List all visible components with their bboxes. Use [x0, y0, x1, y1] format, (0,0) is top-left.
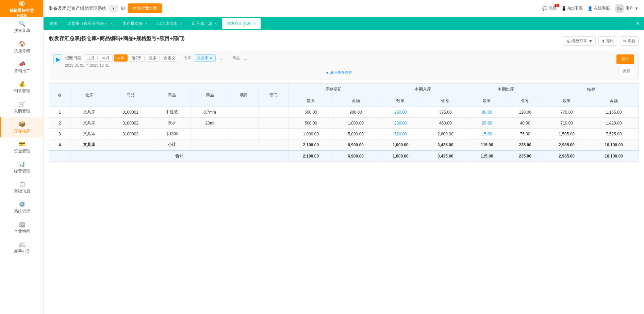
sidebar-item-label: 基础信息 [14, 188, 30, 194]
tab-inventory-dist[interactable]: 现货量（库存分布表） ✕ [63, 18, 118, 29]
base-info-icon: 📋 [19, 181, 26, 187]
sidebar-item-base-info[interactable]: 📋 基础信息 [0, 178, 43, 198]
template-print-btn[interactable]: 🖨 模板打印 ▼ [563, 36, 596, 46]
row-in-qty: 1,000.00 [378, 139, 423, 151]
expand-label: 展开更多条件 [330, 70, 352, 75]
filter-top-row: 记账日期 上月 本月 本年 近7天 更多 自定义 [65, 54, 634, 76]
row-out-qty[interactable]: 20.00 [468, 118, 506, 129]
expand-conditions-btn[interactable]: ▼ 展开更多条件 [326, 70, 353, 75]
avatar: Ea [615, 4, 624, 13]
footer-cell-9: 10,100.00 [589, 150, 639, 162]
tab-recv-send-summary-close[interactable]: ✕ [253, 22, 256, 26]
row-out-qty[interactable]: 15.00 [468, 129, 506, 139]
sidebar-item-search[interactable]: 🔍 搜索菜单 [0, 17, 43, 37]
preset-last-month[interactable]: 上月 [84, 54, 98, 62]
row-name: 采访本 [153, 129, 191, 139]
row-no: 3 [49, 129, 70, 139]
th-goods-spec: 商品 [191, 84, 229, 107]
messages-btn[interactable]: 💬 消息 6 [542, 5, 557, 11]
filter-toggle-btn[interactable]: ▶ [53, 54, 62, 64]
tab-home[interactable]: 首页 [45, 18, 63, 29]
table-row: 2文具库0100002胶水20ml500.001,000.00230.00460… [49, 118, 639, 129]
row-no: 1 [49, 107, 70, 118]
sidebar-item-marketing[interactable]: 📣 营销推广 [0, 57, 43, 77]
query-btn[interactable]: 查询 [616, 54, 634, 64]
tab-in-out-flow[interactable]: 出入库流水 ✕ [152, 18, 187, 29]
row-out-qty[interactable]: 80.00 [468, 107, 506, 118]
tab-recv-send-summary-label: 收发存汇总表 [227, 21, 251, 27]
preset-7days[interactable]: 近7天 [129, 54, 145, 62]
tab-inventory-dist-close[interactable]: ✕ [110, 22, 113, 26]
row-no: 2 [49, 118, 70, 129]
warehouse-tag-close[interactable]: ✕ [210, 56, 213, 60]
tab-in-out-summary-close[interactable]: ✕ [214, 22, 217, 26]
main-content: 装备及固定资产辅助管理系统 ▼ ⚙ 体验行业方案 💬 消息 6 📱 App下载 … [44, 0, 644, 314]
goods-more-btn[interactable]: ... [243, 55, 248, 61]
refresh-label: 刷新 [627, 38, 635, 44]
system-name: 装备及固定资产辅助管理系统 [49, 5, 106, 12]
tabbar-close-all[interactable]: ✕ [632, 21, 644, 26]
th-in-group: 本期入库 [378, 84, 468, 95]
sidebar-item-system[interactable]: ⚙️ 系统管理 [0, 198, 43, 218]
footer-cell-5: 3,435.00 [423, 150, 468, 162]
row-in-amt: 375.00 [423, 107, 468, 118]
sidebar-item-purchase[interactable]: 🛒 采购管理 [0, 97, 43, 117]
tab-batch[interactable]: 库存批次账 ✕ [118, 18, 152, 29]
table-row: 1文具库0100001中性笔0.7mm600.00900.00250.00375… [49, 107, 639, 118]
sidebar-item-label: 新手引导 [14, 249, 30, 254]
sidebar-item-quick-nav[interactable]: 🏠 快捷导航 [0, 37, 43, 57]
preset-this-year[interactable]: 本年 [114, 54, 128, 62]
row-dept [259, 107, 288, 118]
sidebar-item-finance[interactable]: 💳 资金管理 [0, 137, 43, 158]
preset-this-month[interactable]: 本月 [99, 54, 113, 62]
tab-in-out-summary-label: 出入库汇总 [192, 21, 212, 27]
sidebar-item-sales[interactable]: 💰 销售管理 [0, 77, 43, 97]
export-label: 导出 [606, 38, 614, 44]
sidebar-item-enterprise[interactable]: 🏢 企业协同 [0, 218, 43, 238]
trial-btn[interactable]: 体验行业方案 [128, 3, 162, 13]
topbar: 装备及固定资产辅助管理系统 ▼ ⚙ 体验行业方案 💬 消息 6 📱 App下载 … [44, 0, 644, 17]
online-service-btn[interactable]: 👤 在线客服 [588, 5, 610, 11]
tab-recv-send-summary[interactable]: 收发存汇总表 ✕ [222, 18, 261, 29]
row-warehouse: 文具库 [70, 118, 108, 129]
row-in-qty[interactable]: 230.00 [378, 118, 423, 129]
row-opening-amt: 900.00 [333, 107, 378, 118]
tab-in-out-summary[interactable]: 出入库汇总 ✕ [187, 18, 222, 29]
user-label: 用户 [625, 5, 633, 11]
row-warehouse: 文具库 [70, 139, 108, 151]
sidebar-item-operations[interactable]: 📊 经营管理 [0, 158, 43, 178]
preset-custom[interactable]: 自定义 [161, 54, 178, 62]
filter-section: ▶ 记账日期 上月 本月 本年 近7天 [49, 51, 639, 80]
row-closing-qty: 1,505.00 [544, 129, 589, 139]
filter-settings-btn[interactable]: 设置 [618, 66, 634, 76]
th-opening-qty: 数量 [288, 95, 333, 107]
row-in-qty[interactable]: 520.00 [378, 129, 423, 139]
settings-icon[interactable]: ⚙ [120, 5, 125, 12]
row-opening-amt: 5,000.00 [333, 129, 378, 139]
sidebar-item-guide[interactable]: 📖 新手引导 [0, 238, 43, 258]
tab-in-out-flow-close[interactable]: ✕ [180, 22, 182, 26]
row-closing-qty: 710.00 [544, 118, 589, 129]
th-in-qty: 数量 [378, 95, 423, 107]
row-in-qty[interactable]: 250.00 [378, 107, 423, 118]
user-dropdown-icon: ▼ [634, 6, 639, 11]
sales-icon: 💰 [19, 81, 26, 87]
inventory-icon: 📦 [19, 121, 26, 127]
th-settings[interactable]: ⚙ [49, 84, 70, 107]
user-menu[interactable]: Ea 用户 ▼ [615, 4, 639, 13]
preset-more[interactable]: 更多 [146, 54, 160, 62]
row-project [229, 118, 259, 129]
row-closing-amt: 7,525.00 [589, 129, 639, 139]
export-btn[interactable]: ⬆ 导出 [598, 36, 617, 46]
th-closing-qty: 数量 [544, 95, 589, 107]
sidebar-item-inventory[interactable]: 📦 库存核算 [0, 117, 43, 137]
app-download-btn[interactable]: 📱 App下载 [561, 5, 583, 11]
system-dropdown[interactable]: ▼ [109, 5, 118, 12]
topbar-right: 💬 消息 6 📱 App下载 👤 在线客服 Ea 用户 ▼ [542, 4, 639, 13]
tab-batch-close[interactable]: ✕ [145, 22, 148, 26]
app-download-label: App下载 [567, 5, 583, 11]
warehouse-more-btn[interactable]: ... [218, 55, 224, 61]
refresh-btn[interactable]: ↻ 刷新 [620, 36, 639, 46]
message-icon: 💬 [542, 6, 547, 11]
top-right-buttons: 🖨 模板打印 ▼ ⬆ 导出 ↻ 刷新 [563, 36, 639, 46]
